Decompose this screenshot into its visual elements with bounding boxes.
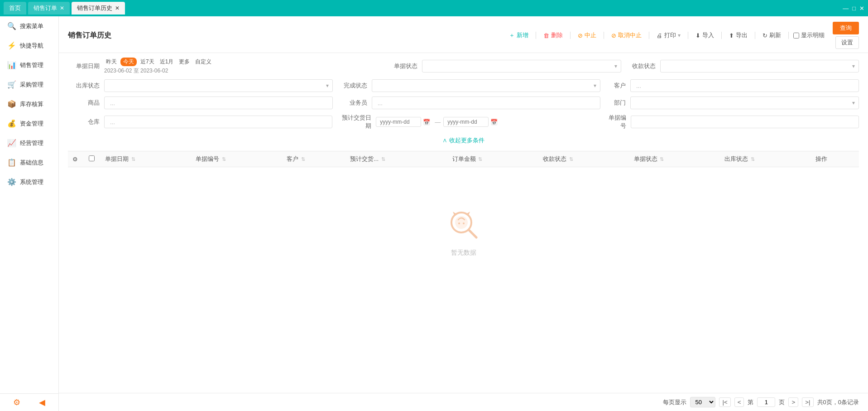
new-button[interactable]: ＋ 新增: [506, 29, 531, 41]
date-btn-more[interactable]: 更多: [177, 58, 192, 66]
date-btn-today[interactable]: 今天: [120, 58, 137, 66]
sidebar-item-capital-mgmt[interactable]: 💰 资金管理: [0, 114, 58, 133]
sidebar-settings-icon[interactable]: ⚙: [13, 397, 20, 407]
warehouse-ellipsis[interactable]: ...: [108, 119, 117, 126]
payment-status-select[interactable]: ▾: [660, 60, 859, 73]
department-select[interactable]: ▾: [630, 97, 859, 109]
divider-8: [788, 32, 789, 39]
sidebar-item-sales-mgmt-label: 销售管理: [20, 61, 43, 69]
outbound-status-select[interactable]: ▾: [104, 79, 333, 92]
sort-delivery-icon: ⇅: [381, 156, 385, 162]
customer-input[interactable]: ...: [630, 79, 859, 92]
date-dash: —: [432, 119, 443, 126]
export-button[interactable]: ⬆ 导出: [726, 29, 750, 41]
first-page-btn[interactable]: |<: [719, 397, 730, 407]
col-settings[interactable]: ⚙: [68, 151, 84, 167]
sidebar-item-ops-mgmt[interactable]: 📈 经营管理: [0, 133, 58, 153]
ops-mgmt-icon: 📈: [7, 139, 16, 147]
divider-6: [721, 32, 722, 39]
divider-3: [604, 32, 604, 39]
window-minimize[interactable]: —: [843, 5, 849, 12]
quick-nav-icon: ⚡: [7, 41, 16, 50]
new-icon: ＋: [509, 31, 515, 39]
sidebar-item-purchase-mgmt[interactable]: 🛒 采购管理: [0, 75, 58, 94]
print-chevron: ▾: [678, 32, 681, 39]
col-checkbox: [84, 151, 101, 167]
calendar-icon-end[interactable]: 📅: [490, 119, 498, 126]
window-maximize[interactable]: □: [852, 5, 856, 12]
per-page-select[interactable]: 50 100 200: [690, 397, 715, 407]
col-amount[interactable]: 订单金额 ⇅: [448, 151, 538, 167]
show-detail-label-text: 显示明细: [801, 31, 825, 39]
tab-sales-order-close[interactable]: ✕: [60, 5, 64, 11]
refresh-button[interactable]: ↻ 刷新: [760, 29, 784, 41]
show-detail-checkbox[interactable]: [793, 33, 799, 39]
sidebar-item-quick-nav[interactable]: ⚡ 快捷导航: [0, 36, 58, 55]
print-button[interactable]: 🖨 打印 ▾: [654, 29, 683, 41]
prev-page-btn[interactable]: <: [734, 397, 744, 407]
filter-row-1: 单据日期 昨天 今天 近7天 近1月 更多 自定义 2023-06-02 至 2…: [68, 58, 859, 75]
department-label: 部门: [608, 99, 630, 107]
order-number-input[interactable]: [631, 116, 859, 128]
product-label: 商品: [68, 99, 104, 107]
collapse-filter-row[interactable]: ∧ 收起更多条件: [68, 135, 859, 146]
filter-area: 单据日期 昨天 今天 近7天 近1月 更多 自定义 2023-06-02 至 2…: [59, 53, 868, 151]
sidebar-item-sales-mgmt[interactable]: 📊 销售管理: [0, 55, 58, 75]
settings-button[interactable]: 设置: [835, 36, 859, 49]
import-icon: ⬇: [695, 32, 700, 39]
table-header-row: ⚙ 单据日期 ⇅ 单据编号 ⇅ 客户: [68, 151, 859, 167]
date-btn-yesterday[interactable]: 昨天: [104, 58, 119, 66]
sidebar: 🔍 搜索菜单 ⚡ 快捷导航 📊 销售管理 🛒 采购管理 📦 库存核算 💰 资金管…: [0, 16, 59, 411]
sidebar-item-basic-info[interactable]: 📋 基础信息: [0, 153, 58, 172]
tab-sales-order-history[interactable]: 销售订单历史 ✕: [72, 2, 125, 15]
date-btn-custom[interactable]: 自定义: [193, 58, 213, 66]
export-label: 导出: [736, 31, 748, 39]
stop-button[interactable]: ⊘ 中止: [575, 29, 599, 41]
col-order-status[interactable]: 单据状态 ⇅: [629, 151, 720, 167]
new-label: 新增: [517, 31, 528, 39]
salesperson-ellipsis[interactable]: ...: [376, 100, 384, 106]
warehouse-input[interactable]: ...: [104, 116, 332, 128]
date-btn-1month[interactable]: 近1月: [158, 58, 176, 66]
order-status-select[interactable]: ▾: [422, 60, 621, 73]
salesperson-input[interactable]: ...: [372, 97, 600, 109]
page-input[interactable]: [757, 397, 775, 407]
stop-label: 中止: [585, 31, 596, 39]
sidebar-item-system-mgmt[interactable]: ⚙️ 系统管理: [0, 172, 58, 192]
tab-sales-order[interactable]: 销售订单 ✕: [28, 2, 70, 15]
delivery-date-start[interactable]: [376, 117, 421, 127]
window-close[interactable]: ✕: [859, 5, 864, 12]
sidebar-item-search-menu[interactable]: 🔍 搜索菜单: [0, 16, 58, 36]
col-customer[interactable]: 客户 ⇅: [282, 151, 345, 167]
total-text: 共0页，0条记录: [817, 398, 859, 406]
tab-sales-order-history-close[interactable]: ✕: [115, 5, 120, 11]
delete-button[interactable]: 🗑 删除: [541, 29, 566, 41]
sidebar-collapse-icon[interactable]: ◀: [39, 397, 45, 407]
query-button[interactable]: 查询: [833, 22, 859, 34]
col-outbound[interactable]: 出库状态 ⇅: [720, 151, 810, 167]
col-date[interactable]: 单据日期 ⇅: [101, 151, 191, 167]
next-page-btn[interactable]: >: [788, 397, 798, 407]
completion-status-select[interactable]: ▾: [372, 79, 600, 92]
sidebar-item-inventory[interactable]: 📦 库存核算: [0, 94, 58, 114]
col-delivery[interactable]: 预计交货... ⇅: [345, 151, 448, 167]
col-number[interactable]: 单据编号 ⇅: [191, 151, 282, 167]
delete-label: 删除: [551, 31, 563, 39]
product-ellipsis[interactable]: ...: [108, 100, 117, 106]
calendar-icon-start[interactable]: 📅: [423, 119, 430, 126]
last-page-btn[interactable]: >|: [802, 397, 813, 407]
tab-home[interactable]: 首页: [4, 2, 26, 15]
import-button[interactable]: ⬇ 导入: [693, 29, 717, 41]
col-payment[interactable]: 收款状态 ⇅: [538, 151, 629, 167]
customer-ellipsis[interactable]: ...: [634, 82, 643, 89]
empty-state: 暂无数据: [68, 167, 859, 293]
sidebar-item-system-mgmt-label: 系统管理: [20, 178, 43, 186]
product-input[interactable]: ...: [104, 97, 333, 109]
select-all-checkbox[interactable]: [89, 155, 95, 161]
cancel-stop-button[interactable]: ⊘ 取消中止: [609, 29, 644, 41]
collapse-icon: ∧: [442, 137, 447, 144]
date-btn-7days[interactable]: 近7天: [139, 58, 156, 66]
delivery-date-end[interactable]: [443, 117, 489, 127]
show-detail-checkbox-label[interactable]: 显示明细: [793, 31, 825, 39]
delivery-date-label: 预计交货日期: [340, 114, 376, 130]
